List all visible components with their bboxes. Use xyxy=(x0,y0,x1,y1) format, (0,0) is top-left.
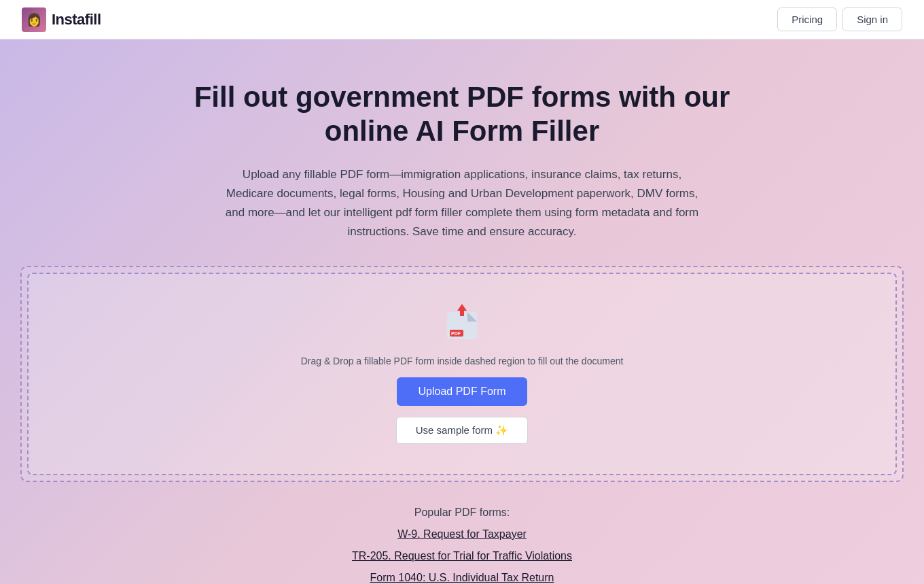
upload-outer: PDF Drag & Drop a fillable PDF form insi… xyxy=(20,266,904,482)
upload-pdf-button[interactable]: Upload PDF Form xyxy=(397,377,528,406)
hero-subtitle: Upload any fillable PDF form—immigration… xyxy=(217,165,707,241)
form-link-1040[interactable]: Form 1040: U.S. Individual Tax Return xyxy=(370,572,554,584)
pricing-button[interactable]: Pricing xyxy=(777,7,837,31)
logo-text: Instafill xyxy=(52,11,101,29)
popular-forms-section: Popular PDF forms: W-9. Request for Taxp… xyxy=(27,506,897,584)
main-content: Fill out government PDF forms with our o… xyxy=(0,39,924,584)
signin-button[interactable]: Sign in xyxy=(842,7,902,31)
nav-buttons: Pricing Sign in xyxy=(777,7,902,31)
pdf-upload-icon: PDF xyxy=(443,301,481,345)
form-link-tr205[interactable]: TR-205. Request for Trial for Traffic Vi… xyxy=(352,550,572,562)
upload-inner[interactable]: PDF Drag & Drop a fillable PDF form insi… xyxy=(27,273,897,475)
logo-emoji: 👩 xyxy=(26,12,41,27)
sample-form-button[interactable]: Use sample form ✨ xyxy=(396,417,529,444)
hero-title: Fill out government PDF forms with our o… xyxy=(156,80,768,149)
logo-area: 👩 Instafill xyxy=(22,7,101,32)
header: 👩 Instafill Pricing Sign in xyxy=(0,0,924,39)
svg-text:PDF: PDF xyxy=(451,331,461,336)
popular-forms-title: Popular PDF forms: xyxy=(414,506,510,519)
logo-avatar: 👩 xyxy=(22,7,46,32)
drag-drop-text: Drag & Drop a fillable PDF form inside d… xyxy=(301,356,624,366)
form-link-w9[interactable]: W-9. Request for Taxpayer xyxy=(397,528,527,540)
